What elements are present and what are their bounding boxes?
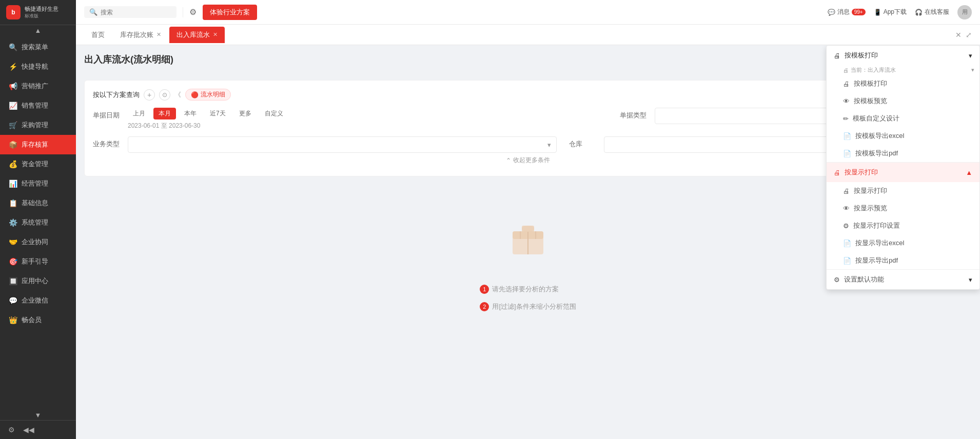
user-avatar[interactable]: 用 bbox=[957, 5, 972, 19]
online-service-group[interactable]: 🎧 在线客服 bbox=[915, 8, 949, 16]
topbar-search-area[interactable]: 🔍 bbox=[84, 6, 177, 18]
phone-icon: 📱 bbox=[874, 9, 881, 16]
display-preview-label: 按显示预览 bbox=[854, 204, 887, 213]
template-excel-item[interactable]: 📄 按模板导出excel bbox=[827, 127, 979, 145]
date-opt-this-month[interactable]: 本月 bbox=[153, 108, 176, 119]
template-print-header[interactable]: 🖨 按模板打印 ▾ bbox=[827, 46, 979, 65]
filter-tag-icon: 🔴 bbox=[191, 91, 199, 98]
biz-type-filter-group: 业务类型 ▾ bbox=[93, 136, 557, 153]
display-settings-label: 按显示打印设置 bbox=[853, 221, 900, 230]
biz-type-select[interactable]: ▾ bbox=[128, 136, 557, 153]
message-icon: 💬 bbox=[828, 9, 835, 16]
sidebar-item-label: 库存核算 bbox=[22, 140, 48, 149]
display-pdf-icon: 📄 bbox=[843, 257, 851, 265]
tab-flow[interactable]: 出入库流水 ✕ bbox=[169, 27, 225, 43]
template-pdf-icon: 📄 bbox=[843, 150, 851, 157]
sidebar-item-system[interactable]: ⚙️ 系统管理 bbox=[0, 213, 76, 232]
template-design-item[interactable]: ✏ 模板自定义设计 bbox=[827, 110, 979, 127]
chart-icon: 📈 bbox=[8, 102, 17, 110]
sidebar-item-apps[interactable]: 🔲 应用中心 bbox=[0, 271, 76, 291]
display-settings-item[interactable]: ⚙ 按显示打印设置 bbox=[827, 217, 979, 234]
sidebar-item-member[interactable]: 👑 畅会员 bbox=[0, 310, 76, 330]
filter-tag-flow[interactable]: 🔴 流水明细 bbox=[185, 89, 231, 101]
sidebar-item-collab[interactable]: 🤝 企业协同 bbox=[0, 232, 76, 252]
window-maximize-btn[interactable]: ⤢ bbox=[966, 31, 972, 39]
filter-add-btn[interactable]: + bbox=[144, 89, 155, 101]
sidebar-scroll-up[interactable]: ▲ bbox=[0, 25, 76, 35]
sidebar-item-search[interactable]: 🔍 搜索菜单 bbox=[0, 37, 76, 57]
window-controls: ✕ ⤢ bbox=[955, 31, 972, 39]
gear-icon: ⚙️ bbox=[8, 218, 17, 227]
sidebar-item-quick-nav[interactable]: ⚡ 快捷导航 bbox=[0, 57, 76, 76]
template-preview-item[interactable]: 👁 按模板预览 bbox=[827, 92, 979, 110]
sidebar-item-marketing[interactable]: 📢 营销推广 bbox=[0, 76, 76, 96]
tab-flow-close[interactable]: ✕ bbox=[213, 31, 218, 38]
default-function-section[interactable]: ⚙ 设置默认功能 ▾ bbox=[827, 270, 979, 289]
sidebar-item-inventory[interactable]: 📦 库存核算 bbox=[0, 135, 76, 154]
window-close-btn[interactable]: ✕ bbox=[955, 31, 962, 39]
sidebar-item-label: 销售管理 bbox=[22, 101, 48, 110]
date-range-display: 2023-06-01 至 2023-06-30 bbox=[128, 122, 288, 130]
sidebar-item-wechat[interactable]: 💬 企业微信 bbox=[0, 291, 76, 310]
filter-section-label: 按以下方案查询 bbox=[93, 90, 140, 99]
message-group[interactable]: 💬 消息 99+ bbox=[828, 8, 866, 16]
display-print-item[interactable]: 🖨 按显示打印 bbox=[827, 182, 979, 199]
default-function-left: ⚙ 设置默认功能 bbox=[834, 275, 884, 284]
sidebar: b 畅捷通好生意 标准版 ▲ 🔍 搜索菜单 ⚡ 快捷导航 📢 营销推广 📈 销售… bbox=[0, 0, 76, 439]
template-preview-icon: 👁 bbox=[843, 97, 850, 105]
date-opt-prev-month[interactable]: 上月 bbox=[128, 108, 150, 119]
template-preview-label: 按模板预览 bbox=[854, 96, 887, 106]
display-excel-icon: 📄 bbox=[843, 240, 851, 247]
sidebar-item-basic[interactable]: 📋 基础信息 bbox=[0, 193, 76, 213]
grid-icon: 🔲 bbox=[8, 277, 17, 285]
date-opt-this-year[interactable]: 本年 bbox=[179, 108, 202, 119]
sidebar-nav: 🔍 搜索菜单 ⚡ 快捷导航 📢 营销推广 📈 销售管理 🛒 采购管理 📦 库存核… bbox=[0, 35, 76, 410]
search-icon: 🔍 bbox=[89, 8, 97, 16]
date-opt-custom[interactable]: 自定义 bbox=[260, 108, 288, 119]
tab-batch-close[interactable]: ✕ bbox=[156, 31, 161, 38]
date-filter-label: 单据日期 bbox=[93, 108, 124, 120]
online-service-label: 在线客服 bbox=[925, 8, 949, 16]
sidebar-item-sales[interactable]: 📈 销售管理 bbox=[0, 96, 76, 115]
message-label: 消息 bbox=[837, 8, 850, 16]
sidebar-item-label: 快捷导航 bbox=[22, 62, 48, 71]
footer-settings-icon[interactable]: ⚙ bbox=[8, 426, 15, 434]
display-excel-item[interactable]: 📄 按显示导出excel bbox=[827, 234, 979, 252]
display-preview-item[interactable]: 👁 按显示预览 bbox=[827, 199, 979, 217]
display-excel-label: 按显示导出excel bbox=[855, 238, 904, 248]
empty-svg bbox=[502, 213, 554, 265]
trial-btn[interactable]: 体验行业方案 bbox=[203, 5, 257, 20]
default-function-label: 设置默认功能 bbox=[844, 275, 884, 284]
tab-batch[interactable]: 库存批次账 ✕ bbox=[113, 27, 168, 43]
sidebar-item-guide[interactable]: 🎯 新手引导 bbox=[0, 252, 76, 271]
sidebar-scroll-down[interactable]: ▼ bbox=[0, 410, 76, 420]
template-pdf-label: 按模板导出pdf bbox=[855, 149, 898, 158]
filter-collapse-icon[interactable]: 《 bbox=[174, 90, 181, 99]
collapse-label: 收起更多条件 bbox=[513, 156, 550, 165]
topbar-settings-icon[interactable]: ⚙ bbox=[189, 7, 197, 17]
template-design-label: 模板自定义设计 bbox=[853, 114, 899, 123]
search-input[interactable] bbox=[101, 9, 162, 16]
tab-home[interactable]: 首页 bbox=[84, 27, 112, 43]
app-download-group[interactable]: 📱 App下载 bbox=[874, 8, 907, 16]
wechat-icon: 💬 bbox=[8, 296, 17, 305]
display-preview-icon: 👁 bbox=[843, 205, 850, 212]
footer-collapse-icon[interactable]: ◀◀ bbox=[23, 426, 34, 434]
sidebar-item-purchase[interactable]: 🛒 采购管理 bbox=[0, 115, 76, 135]
template-print-item[interactable]: 🖨 按模板打印 bbox=[827, 75, 979, 92]
display-pdf-item[interactable]: 📄 按显示导出pdf bbox=[827, 252, 979, 269]
search-icon: 🔍 bbox=[8, 43, 17, 51]
sidebar-item-operation[interactable]: 📊 经营管理 bbox=[0, 174, 76, 193]
display-print-item-label: 按显示打印 bbox=[854, 186, 887, 195]
date-opt-recent7[interactable]: 近7天 bbox=[205, 108, 231, 119]
default-function-icon: ⚙ bbox=[834, 276, 840, 284]
filter-settings-btn[interactable]: ⊙ bbox=[159, 89, 170, 101]
template-pdf-item[interactable]: 📄 按模板导出pdf bbox=[827, 145, 979, 162]
sidebar-item-label: 企业协同 bbox=[22, 237, 48, 247]
print-dropdown-panel: 🖨 按模板打印 ▾ 🖨 当前：出入库流水 ▾ 🖨 按模板打印 👁 按模板预览 bbox=[826, 45, 980, 290]
display-print-header[interactable]: 🖨 按显示打印 ▲ bbox=[827, 163, 979, 182]
sidebar-item-label: 经营管理 bbox=[22, 179, 48, 188]
sidebar-item-finance[interactable]: 💰 资金管理 bbox=[0, 154, 76, 174]
current-template-icon: 🖨 bbox=[843, 67, 849, 73]
date-opt-more[interactable]: 更多 bbox=[234, 108, 257, 119]
